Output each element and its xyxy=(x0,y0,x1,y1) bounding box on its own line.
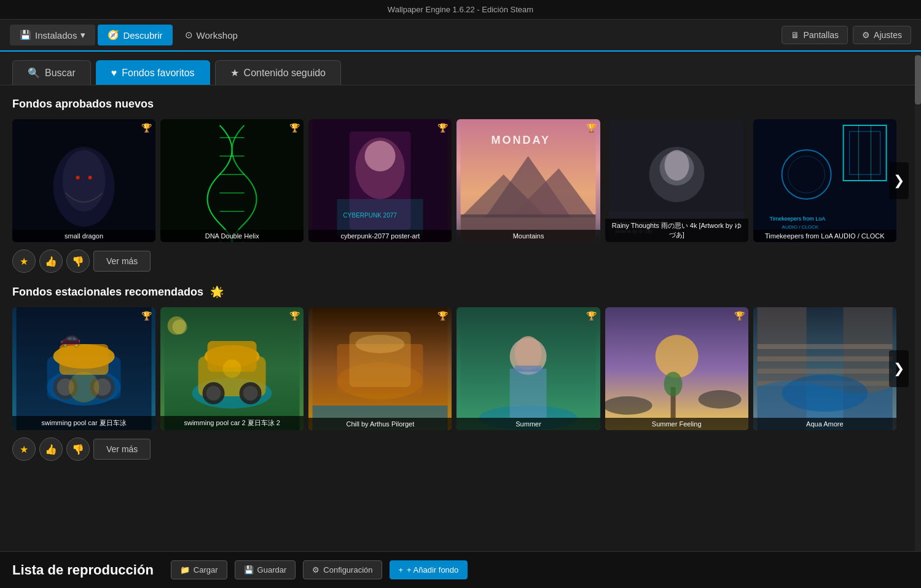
thumbs-up-button[interactable]: 👍 xyxy=(39,249,63,273)
trophy-icon: 🏆 xyxy=(141,123,152,133)
card-mountains[interactable]: MONDAY 🏆 Mountains xyxy=(457,119,600,242)
cards-row-wrapper2: 🚗 🏆 swimming pool car 夏日车泳 xyxy=(12,307,909,430)
tab-fondos-favoritos[interactable]: ♥ Fondos favoritos xyxy=(96,60,210,85)
card-inner xyxy=(308,307,452,430)
svg-point-72 xyxy=(515,336,542,370)
card-inner xyxy=(160,307,304,430)
section2-action-row: ★ 👍 👎 Ver más xyxy=(12,437,909,461)
sun-emoji: 🌟 xyxy=(210,286,224,298)
card-timekeepers[interactable]: Timekeepers from LoA AUDIO / CLOCK Timek… xyxy=(753,119,896,242)
nav-bar: 💾 Instalados ▾ 🧭 Descubrir ⊙ Workshop 🖥 … xyxy=(0,20,921,52)
compass-icon: 🧭 xyxy=(108,29,119,41)
svg-point-79 xyxy=(664,372,682,396)
scrollbar[interactable] xyxy=(915,55,921,551)
svg-text:Timekeepers from LoA: Timekeepers from LoA xyxy=(769,216,825,222)
cards-row-wrapper: 🏆 small dragon xyxy=(12,119,909,242)
card-label: swimming pool car 夏日车泳 xyxy=(12,416,155,430)
monitor-icon: 🖥 xyxy=(791,30,799,40)
svg-rect-43 xyxy=(60,344,109,375)
card-label: Summer xyxy=(457,418,600,430)
cards-row-aprobados: 🏆 small dragon xyxy=(12,119,909,242)
svg-text:AUDIO / CLOCK: AUDIO / CLOCK xyxy=(782,224,818,230)
section1-next-arrow[interactable]: ❯ xyxy=(889,162,909,199)
trophy-icon: 🏆 xyxy=(289,311,300,321)
cards-row-estacionales: 🚗 🏆 swimming pool car 夏日车泳 xyxy=(12,307,909,430)
svg-text:🚗: 🚗 xyxy=(60,328,81,348)
tab-buscar[interactable]: 🔍 Buscar xyxy=(12,60,91,85)
nav-right: 🖥 Pantallas ⚙ Ajustes xyxy=(782,26,911,44)
card-pool2[interactable]: 🏆 swimming pool car 2 夏日车泳 2 xyxy=(160,307,304,430)
installed-icon: 💾 xyxy=(20,29,31,41)
main-content: Fondos aprobados nuevos xyxy=(0,85,921,461)
section-aprobados-title: Fondos aprobados nuevos xyxy=(12,98,909,111)
chevron-down-icon: ▾ xyxy=(80,29,85,41)
section-estacionales-title: Fondos estacionales recomendados 🌟 xyxy=(12,285,909,299)
card-rainy[interactable]: Rainy Thoughts 雨の思い 4k [Artwork by ゆづあ] … xyxy=(605,119,748,242)
instalados-button[interactable]: 💾 Instalados ▾ xyxy=(10,25,95,45)
scroll-thumb[interactable] xyxy=(915,55,921,104)
guardar-button[interactable]: 💾 Guardar xyxy=(235,560,296,579)
star-icon: ★ xyxy=(230,67,239,79)
card-label: Timekeepers from LoA AUDIO / CLOCK xyxy=(753,230,896,242)
descubrir-button[interactable]: 🧭 Descubrir xyxy=(98,25,172,45)
search-icon: 🔍 xyxy=(28,67,40,79)
card-cyberpunk[interactable]: CYBERPUNK 2077 🏆 cyberpunk-2077 poster-a… xyxy=(308,119,452,242)
svg-point-59 xyxy=(223,359,241,378)
settings-icon: ⚙ xyxy=(312,565,319,574)
playlist-title: Lista de reproducción xyxy=(12,562,154,578)
card-inner xyxy=(160,119,304,242)
section-estacionales: Fondos estacionales recomendados 🌟 xyxy=(12,285,909,461)
card-summer-feeling[interactable]: 🏆 Summer Feeling xyxy=(605,307,748,430)
svg-rect-83 xyxy=(757,356,892,361)
steam-icon: ⊙ xyxy=(185,29,193,41)
nav-left: 💾 Instalados ▾ 🧭 Descubrir ⊙ Workshop xyxy=(10,25,248,45)
card-pool1[interactable]: 🚗 🏆 swimming pool car 夏日车泳 xyxy=(12,307,155,430)
trophy-icon: 🏆 xyxy=(586,311,597,321)
configuracion-button[interactable]: ⚙ Configuración xyxy=(303,560,382,579)
tab-contenido-seguido[interactable]: ★ Contenido seguido xyxy=(215,60,341,85)
svg-point-48 xyxy=(69,372,100,402)
card-inner xyxy=(12,119,155,242)
svg-point-77 xyxy=(698,390,741,409)
card-inner: 🚗 xyxy=(12,307,155,430)
trophy-icon: 🏆 xyxy=(437,311,448,321)
card-summer[interactable]: 🏆 Summer xyxy=(457,307,600,430)
card-small-dragon[interactable]: 🏆 small dragon xyxy=(12,119,155,242)
save-icon: 💾 xyxy=(244,565,254,574)
anadir-fondo-button[interactable]: + + Añadir fondo xyxy=(390,560,468,579)
svg-rect-73 xyxy=(515,366,542,372)
thumbs-up-button-2[interactable]: 👍 xyxy=(39,437,63,461)
star-button[interactable]: ★ xyxy=(12,249,36,273)
ver-mas-button-2[interactable]: Ver más xyxy=(93,439,151,460)
star-button-2[interactable]: ★ xyxy=(12,437,36,461)
svg-point-76 xyxy=(605,396,653,415)
card-aqua[interactable]: Aqua Amore xyxy=(753,307,896,430)
card-label: Rainy Thoughts 雨の思い 4k [Artwork by ゆづあ] xyxy=(605,219,748,242)
card-inner: MONDAY xyxy=(457,119,600,242)
card-inner xyxy=(605,307,748,430)
heart-icon: ♥ xyxy=(111,68,117,79)
section2-next-arrow[interactable]: ❯ xyxy=(889,350,909,387)
card-inner: CYBERPUNK 2077 xyxy=(308,119,452,242)
card-label: Chill by Arthus Pilorget xyxy=(308,418,452,430)
pantallas-button[interactable]: 🖥 Pantallas xyxy=(782,26,848,44)
card-dna[interactable]: 🏆 DNA Double Helix xyxy=(160,119,304,242)
svg-rect-84 xyxy=(757,369,892,374)
gear-icon: ⚙ xyxy=(862,30,870,40)
ver-mas-button-1[interactable]: Ver más xyxy=(93,251,151,272)
ajustes-button[interactable]: ⚙ Ajustes xyxy=(853,26,911,44)
thumbs-down-button[interactable]: 👎 xyxy=(66,249,90,273)
svg-point-4 xyxy=(88,176,92,179)
thumbs-down-button-2[interactable]: 👎 xyxy=(66,437,90,461)
cargar-button[interactable]: 📁 Cargar xyxy=(171,560,227,579)
trophy-icon: 🏆 xyxy=(437,123,448,133)
card-label: swimming pool car 2 夏日车泳 2 xyxy=(160,416,304,430)
folder-icon: 📁 xyxy=(180,565,190,574)
workshop-button[interactable]: ⊙ Workshop xyxy=(175,25,248,45)
card-label: cyberpunk-2077 poster-art xyxy=(308,230,452,242)
card-chill[interactable]: 🏆 Chill by Arthus Pilorget xyxy=(308,307,452,430)
svg-rect-85 xyxy=(757,344,892,349)
section-aprobados: Fondos aprobados nuevos xyxy=(12,98,909,273)
svg-point-75 xyxy=(655,335,698,378)
card-label: Mountains xyxy=(457,230,600,242)
